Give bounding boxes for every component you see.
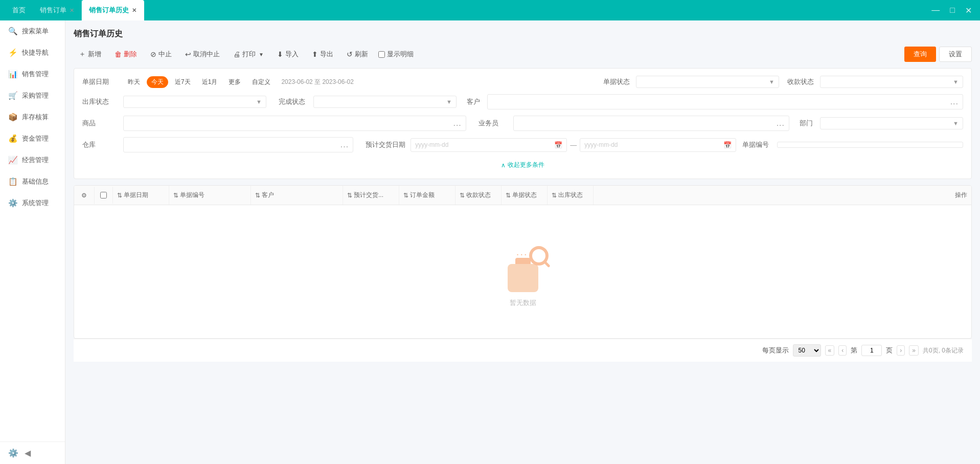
sidebar-item-inventory[interactable]: 📦 库存核算	[0, 106, 65, 128]
delivery-date-from[interactable]: yyyy-mm-dd 📅	[411, 138, 567, 152]
goods-dots-icon[interactable]: ...	[453, 119, 461, 128]
per-page-select[interactable]: 10 20 50 100	[793, 344, 821, 357]
complete-status-select[interactable]: ▼	[313, 96, 457, 108]
th-pay-status[interactable]: ⇅ 收款状态	[455, 186, 502, 205]
sort-doc-status-icon[interactable]: ⇅	[506, 192, 511, 199]
show-cols-checkbox[interactable]	[378, 51, 385, 58]
tab-sales-order-history[interactable]: 销售订单历史 ✕	[82, 0, 144, 20]
collapse-up-icon: ∧	[501, 162, 506, 169]
th-pay-status-label: 收款状态	[466, 191, 491, 200]
th-date[interactable]: ⇅ 单据日期	[113, 186, 169, 205]
th-check[interactable]	[95, 187, 113, 204]
sidebar-item-label: 搜索菜单	[22, 27, 49, 36]
chip-yesterday[interactable]: 昨天	[123, 76, 145, 88]
sort-date-icon[interactable]: ⇅	[117, 192, 122, 199]
th-settings[interactable]: ⚙	[74, 187, 95, 204]
stop-icon: ⊘	[150, 50, 156, 58]
delivery-date-to[interactable]: yyyy-mm-dd 📅	[580, 138, 736, 152]
sort-docno-icon[interactable]: ⇅	[173, 192, 178, 199]
pay-status-select[interactable]: ▼	[820, 76, 963, 88]
collapse-sidebar-icon[interactable]: ◀	[25, 448, 31, 458]
last-page-btn[interactable]: »	[909, 345, 919, 356]
chip-more[interactable]: 更多	[224, 76, 245, 88]
th-delivery[interactable]: ⇅ 预计交货...	[343, 186, 399, 205]
sidebar-item-sales[interactable]: 📊 销售管理	[0, 63, 65, 85]
sidebar-item-operation[interactable]: 📈 经营管理	[0, 149, 65, 171]
window-min-btn[interactable]: —	[928, 5, 943, 16]
window-close-btn[interactable]: ✕	[962, 5, 975, 16]
print-button[interactable]: 🖨 打印 ▼	[228, 47, 269, 61]
docno-label: 单据编号	[736, 140, 777, 149]
tab-sales-order[interactable]: 销售订单 ✕	[33, 0, 82, 20]
th-doc-status[interactable]: ⇅ 单据状态	[502, 186, 548, 205]
docno-filter[interactable]	[777, 142, 963, 148]
out-status-select[interactable]: ▼	[123, 96, 266, 108]
basic-info-icon: 📋	[8, 177, 18, 186]
chip-1month[interactable]: 近1月	[197, 76, 222, 88]
prev-page-btn[interactable]: ‹	[838, 345, 847, 356]
refresh-button[interactable]: ↺ 刷新	[341, 47, 373, 61]
customer-dots-icon[interactable]: ...	[950, 97, 959, 106]
export-button[interactable]: ⬆ 导出	[307, 47, 338, 61]
sidebar-item-basic-info[interactable]: 📋 基础信息	[0, 171, 65, 192]
sort-out-status-icon[interactable]: ⇅	[552, 192, 557, 199]
sidebar-item-search-menu[interactable]: 🔍 搜索菜单	[0, 20, 65, 42]
doc-status-select[interactable]: ▼	[636, 76, 779, 88]
stop-label: 中止	[158, 50, 172, 59]
delete-button[interactable]: 🗑 删除	[109, 47, 142, 61]
next-page-btn[interactable]: ›	[897, 345, 905, 356]
new-button[interactable]: ＋ 新增	[74, 47, 106, 61]
empty-dots: ···	[516, 249, 528, 259]
th-amount[interactable]: ⇅ 订单金额	[399, 186, 455, 205]
sort-amount-icon[interactable]: ⇅	[403, 192, 408, 199]
set-button[interactable]: 设置	[939, 47, 972, 62]
salesperson-dots-icon[interactable]: ...	[777, 119, 785, 128]
salesperson-label: 业务员	[472, 119, 513, 128]
chip-7days[interactable]: 近7天	[170, 76, 195, 88]
page-input[interactable]	[861, 345, 882, 356]
warehouse-filter[interactable]: ...	[123, 137, 353, 152]
collapse-button[interactable]: ∧ 收起更多条件	[82, 159, 963, 171]
sidebar-bottom: ⚙️ ◀	[0, 441, 65, 464]
warehouse-dots-icon[interactable]: ...	[340, 140, 349, 149]
sidebar-item-sys-admin[interactable]: ⚙️ 系统管理	[0, 192, 65, 214]
chip-today[interactable]: 今天	[147, 76, 168, 88]
close-sales-order-tab[interactable]: ✕	[70, 7, 74, 14]
th-customer[interactable]: ⇅ 客户	[251, 186, 343, 205]
new-icon: ＋	[79, 50, 86, 59]
select-all-checkbox[interactable]	[100, 192, 107, 198]
import-button[interactable]: ⬇ 导入	[272, 47, 304, 61]
main-layout: 🔍 搜索菜单 ⚡ 快捷导航 📊 销售管理 🛒 采购管理 📦 库存核算 💰 资金管…	[0, 20, 980, 464]
sidebar-item-purchase[interactable]: 🛒 采购管理	[0, 85, 65, 106]
sort-customer-icon[interactable]: ⇅	[255, 192, 260, 199]
window-max-btn[interactable]: □	[947, 5, 958, 16]
goods-filter[interactable]: ...	[123, 116, 466, 131]
query-button[interactable]: 查询	[904, 47, 936, 62]
show-cols-toggle[interactable]: 显示明细	[378, 50, 414, 59]
settings-icon[interactable]: ⚙️	[8, 448, 18, 458]
chip-custom[interactable]: 自定义	[247, 76, 275, 88]
dept-select[interactable]: ▼	[820, 117, 963, 129]
inventory-icon: 📦	[8, 113, 18, 122]
customer-filter[interactable]: ...	[487, 94, 963, 109]
tab-home[interactable]: 首页	[5, 0, 33, 20]
search-menu-icon: 🔍	[8, 27, 18, 36]
page-title: 销售订单历史	[74, 29, 972, 39]
doc-status-label: 单据状态	[595, 77, 636, 86]
first-page-btn[interactable]: «	[825, 345, 835, 356]
sidebar-item-finance[interactable]: 💰 资金管理	[0, 128, 65, 149]
salesperson-filter[interactable]: ...	[513, 116, 789, 131]
th-docno[interactable]: ⇅ 单据编号	[169, 186, 251, 205]
sidebar-item-quick-nav[interactable]: ⚡ 快捷导航	[0, 42, 65, 63]
sort-delivery-icon[interactable]: ⇅	[347, 192, 352, 199]
sort-pay-status-icon[interactable]: ⇅	[460, 192, 465, 199]
filter-row-2: 出库状态 ▼ 完成状态 ▼ 客户 ...	[82, 94, 963, 109]
sidebar: 🔍 搜索菜单 ⚡ 快捷导航 📊 销售管理 🛒 采购管理 📦 库存核算 💰 资金管…	[0, 20, 65, 464]
print-arrow-icon: ▼	[259, 52, 264, 57]
cancel-stop-button[interactable]: ↩ 取消中止	[180, 47, 225, 61]
table-header: ⚙ ⇅ 单据日期 ⇅ 单据编号 ⇅ 客户 ⇅	[74, 186, 971, 205]
pay-status-arrow-icon: ▼	[953, 79, 959, 85]
th-out-status[interactable]: ⇅ 出库状态	[548, 186, 594, 205]
stop-button[interactable]: ⊘ 中止	[145, 47, 177, 61]
close-history-tab[interactable]: ✕	[132, 7, 136, 14]
